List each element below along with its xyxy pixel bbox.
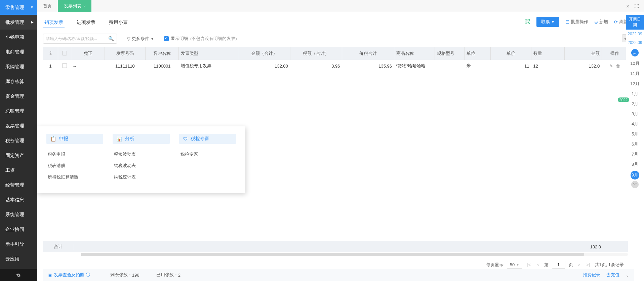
table-row[interactable]: 1 -- 11111110 1100001 增值税专用发票 132.00 3.9… bbox=[43, 60, 628, 72]
col-number[interactable]: 发票号码 bbox=[105, 47, 145, 60]
col-spec[interactable]: 规格型号 bbox=[435, 47, 464, 60]
sidebar-item-system[interactable]: 系统管理 bbox=[0, 207, 37, 222]
qr-icon[interactable] bbox=[524, 18, 530, 26]
tax-submenu: 📋申报 税务申报 税表清册 所得税汇算清缴 📊分析 税负波动表 纳税波动表 纳税… bbox=[37, 126, 245, 193]
last-page-icon[interactable]: >| bbox=[585, 262, 591, 267]
add-button[interactable]: ⊕新增 bbox=[594, 19, 608, 25]
month-item[interactable]: 4月 bbox=[626, 119, 644, 129]
scan-link[interactable]: 发票查验及拍照 bbox=[54, 272, 84, 278]
month-item[interactable]: 11月 bbox=[626, 69, 644, 79]
month-item[interactable]: 12月 bbox=[626, 79, 644, 89]
more-conditions[interactable]: ▽更多条件▼ bbox=[127, 36, 154, 42]
tab-home[interactable]: 首页 bbox=[37, 0, 58, 12]
gear-icon bbox=[16, 273, 21, 278]
fullscreen-icon[interactable] bbox=[634, 3, 639, 10]
month-item[interactable]: 1月 bbox=[626, 89, 644, 99]
sidebar-item-retail[interactable]: 零售管理▼ bbox=[0, 0, 37, 15]
collect-button[interactable]: 取票▼ bbox=[536, 17, 559, 27]
col-amount[interactable]: 金额（合计） bbox=[238, 47, 290, 60]
col-gear[interactable] bbox=[43, 47, 58, 60]
prev-page-icon[interactable]: < bbox=[535, 262, 541, 267]
col-total[interactable]: 价税合计 bbox=[342, 47, 394, 60]
sidebar-item-salary[interactable]: 工资 bbox=[0, 163, 37, 177]
search-icon[interactable]: 🔍 bbox=[108, 36, 114, 41]
col-unit[interactable]: 单位 bbox=[465, 47, 490, 60]
submenu-item-payment[interactable]: 纳税波动表 bbox=[113, 160, 169, 171]
submenu-header-analysis: 📊分析 bbox=[113, 134, 169, 144]
submenu-item-income-settle[interactable]: 所得税汇算清缴 bbox=[46, 171, 103, 183]
col-check[interactable] bbox=[58, 47, 71, 60]
expense-link[interactable]: 扣费记录 bbox=[583, 272, 600, 278]
subtab-expense[interactable]: 费用小票 bbox=[108, 17, 129, 28]
sidebar-item-guide[interactable]: 新手引导 bbox=[0, 237, 37, 251]
sidebar-item-xiaochang[interactable]: 小畅电商 bbox=[0, 30, 37, 44]
col-qty[interactable]: 数量 bbox=[531, 47, 564, 60]
search-box: 🔍 bbox=[43, 34, 117, 44]
sidebar-item-operation[interactable]: 经营管理 bbox=[0, 177, 37, 192]
date-nav-up-icon[interactable]: ︽ bbox=[631, 49, 639, 56]
invoice-table: 凭证 发票号码 客户名称 发票类型 金额（合计） 税额（合计） 价税合计 商品名… bbox=[43, 47, 628, 72]
month-item[interactable]: 5月 bbox=[626, 129, 644, 139]
sidebar-item-purchase[interactable]: 采购管理 bbox=[0, 59, 37, 74]
col-customer[interactable]: 客户名称 bbox=[146, 47, 179, 60]
col-type[interactable]: 发票类型 bbox=[179, 47, 238, 60]
page-input[interactable] bbox=[552, 261, 565, 269]
scrollbar-thumb[interactable] bbox=[81, 253, 584, 256]
submenu-item-expert[interactable]: 税检专家 bbox=[179, 149, 236, 160]
edit-icon[interactable]: ✎ bbox=[609, 64, 613, 69]
sidebar-item-funds[interactable]: 资金管理 bbox=[0, 89, 37, 104]
month-item[interactable]: 3月 bbox=[626, 109, 644, 119]
submenu-item-burden[interactable]: 税负波动表 bbox=[113, 149, 169, 160]
date-nav-down-icon[interactable]: ︾ bbox=[631, 181, 639, 188]
sidebar-item-collab[interactable]: 企业协同 bbox=[0, 222, 37, 237]
month-item[interactable]: 9月 bbox=[631, 171, 639, 179]
month-item[interactable]: 8月 bbox=[626, 159, 644, 169]
horizontal-scrollbar[interactable] bbox=[81, 253, 628, 256]
sidebar-item-assets[interactable]: 固定资产 bbox=[0, 148, 37, 163]
subtab-purchase[interactable]: 进项发票 bbox=[75, 17, 97, 28]
batch-button[interactable]: ☰批量操作 bbox=[565, 19, 588, 25]
recharge-link[interactable]: 去充值 bbox=[606, 272, 619, 278]
submenu-item-stats[interactable]: 纳税统计表 bbox=[113, 171, 169, 183]
col-goods[interactable]: 商品名称 bbox=[394, 47, 435, 60]
col-tax[interactable]: 税额（合计） bbox=[290, 47, 342, 60]
scan-icon: ▣ bbox=[48, 273, 52, 278]
next-page-icon[interactable]: > bbox=[576, 262, 582, 267]
date-year-to[interactable]: 2022.09 bbox=[626, 38, 644, 47]
search-input[interactable] bbox=[46, 36, 108, 41]
first-page-icon[interactable]: |< bbox=[526, 262, 532, 267]
sidebar-item-basic[interactable]: 基本信息 bbox=[0, 192, 37, 207]
submenu-item-tax-declare[interactable]: 税务申报 bbox=[46, 149, 103, 160]
refresh-icon: ⟳ bbox=[614, 19, 618, 25]
sidebar-item-ledger[interactable]: 总账管理 bbox=[0, 104, 37, 118]
close-all-icon[interactable]: × bbox=[626, 3, 629, 9]
sidebar: 零售管理▼ 批发管理▶ 小畅电商 电商管理 采购管理 库存核算 资金管理 总账管… bbox=[0, 0, 37, 281]
table-header: 凭证 发票号码 客户名称 发票类型 金额（合计） 税额（合计） 价税合计 商品名… bbox=[43, 47, 628, 60]
collapse-icon[interactable]: ⌄ bbox=[626, 273, 629, 278]
month-item[interactable]: 6月 bbox=[626, 139, 644, 149]
submenu-item-tax-list[interactable]: 税表清册 bbox=[46, 160, 103, 171]
sidebar-item-invoice[interactable]: 发票管理 bbox=[0, 118, 37, 133]
sidebar-item-wholesale[interactable]: 批发管理▶ bbox=[0, 15, 37, 30]
cell-check[interactable] bbox=[58, 60, 71, 72]
month-item[interactable]: 10月 bbox=[626, 58, 644, 69]
col-price[interactable]: 单价 bbox=[490, 47, 531, 60]
month-item[interactable]: 7月 bbox=[626, 149, 644, 159]
info-icon[interactable]: ⓘ bbox=[86, 272, 90, 278]
date-year-from[interactable]: 2022.09 bbox=[626, 30, 644, 38]
col-voucher[interactable]: 凭证 bbox=[71, 47, 105, 60]
sidebar-item-cloud[interactable]: 云应用 bbox=[0, 251, 37, 266]
cell-customer: 1100001 bbox=[146, 60, 179, 72]
col-line-amount[interactable]: 金额 bbox=[565, 47, 602, 60]
delete-icon[interactable]: 🗑 bbox=[616, 64, 620, 69]
close-icon[interactable]: × bbox=[83, 4, 85, 8]
per-page-select[interactable]: 50▼ bbox=[507, 261, 522, 269]
show-detail-toggle[interactable]: 显示明细 (不包含没有明细的发票) bbox=[164, 36, 237, 42]
subtab-sales[interactable]: 销项发票 bbox=[43, 17, 65, 28]
tab-invoice-list[interactable]: 发票列表× bbox=[58, 0, 91, 12]
sidebar-item-ecommerce[interactable]: 电商管理 bbox=[0, 44, 37, 59]
remain-label: 剩余张数： bbox=[110, 272, 132, 278]
sidebar-item-tax[interactable]: 税务管理 bbox=[0, 133, 37, 148]
sidebar-settings[interactable] bbox=[0, 269, 37, 281]
sidebar-item-inventory[interactable]: 库存核算 bbox=[0, 74, 37, 89]
